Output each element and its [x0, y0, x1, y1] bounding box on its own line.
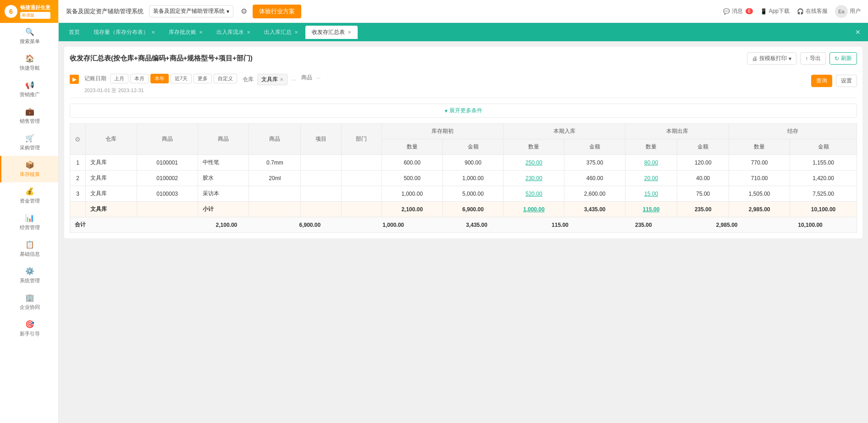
footer-close-qty: 2,985.00	[685, 222, 768, 228]
date-btn-this-month[interactable]: 本月	[130, 74, 149, 83]
row-in-qty[interactable]: 1,000.00	[503, 202, 564, 217]
sidebar-item-inventory[interactable]: 📦 库存核算	[0, 156, 58, 182]
out-qty-link[interactable]: 80.00	[644, 159, 658, 166]
chevron-down-icon: ▾	[789, 55, 791, 62]
purchase-icon: 🛒	[25, 134, 34, 143]
notification-btn[interactable]: 💬 消息 6	[723, 7, 753, 15]
print-btn[interactable]: 🖨 按模板打印 ▾	[747, 52, 796, 65]
user-menu[interactable]: Ea 用户	[835, 5, 861, 18]
sidebar: 6 畅捷通好生意 标准版 🔍 搜索菜单 🏠 快捷导航 📢 营销推广 💼 销售管理…	[0, 0, 59, 423]
row-in-amt: 2,600.00	[564, 186, 625, 202]
date-btn-custom[interactable]: 自定义	[214, 74, 237, 83]
content-area: 收发存汇总表(按仓库+商品编码+商品+规格型号+项目+部门) 🖨 按模板打印 ▾…	[59, 41, 868, 423]
row-code	[137, 202, 198, 217]
row-out-qty[interactable]: 115.00	[625, 202, 677, 217]
system-selector[interactable]: 装备及固定资产辅助管理系统 ▾	[149, 5, 233, 17]
warehouse-tag[interactable]: 文具库 ✕	[257, 74, 287, 85]
date-btn-7days[interactable]: 近7天	[171, 74, 192, 83]
date-btn-this-year[interactable]: 本年	[150, 74, 169, 83]
subtotal-out-qty-link[interactable]: 115.00	[643, 206, 660, 213]
tab-close-stock-dist[interactable]: ✕	[151, 30, 155, 35]
row-in-qty[interactable]: 250.00	[503, 155, 564, 170]
row-num: 1	[70, 155, 86, 170]
row-num	[70, 202, 86, 217]
row-project	[301, 186, 341, 202]
table-settings-icon[interactable]: ⚙	[75, 136, 81, 143]
row-out-qty[interactable]: 15.00	[625, 186, 677, 202]
row-out-qty[interactable]: 20.00	[625, 170, 677, 186]
printer-icon: 🖨	[752, 55, 757, 62]
page-card: 收发存汇总表(按仓库+商品编码+商品+规格型号+项目+部门) 🖨 按模板打印 ▾…	[64, 47, 862, 238]
tab-batch[interactable]: 库存批次账 ✕	[162, 26, 209, 39]
notification-badge: 6	[746, 8, 753, 14]
sidebar-item-purchase[interactable]: 🛒 采购管理	[0, 129, 58, 156]
goods-more[interactable]: ···	[316, 75, 321, 81]
app-download-btn[interactable]: 📱 App下载	[760, 7, 790, 15]
online-service-btn[interactable]: 🎧 在线客服	[797, 7, 828, 15]
in-qty-link[interactable]: 520.00	[525, 191, 542, 197]
tab-stock-dist[interactable]: 现存量（库存分布表） ✕	[87, 26, 161, 39]
warehouse-filter-section: 仓库 文具库 ✕ ···	[243, 74, 296, 85]
table-footer: 合计 2,100.00 6,900.00 1,000.00 3,435.00 1…	[70, 217, 857, 233]
sidebar-item-basic-info[interactable]: 📋 基础信息	[0, 236, 58, 262]
row-in-qty[interactable]: 230.00	[503, 170, 564, 186]
warehouse-more[interactable]: ···	[291, 77, 296, 83]
date-btn-more[interactable]: 更多	[194, 74, 212, 83]
row-open-qty: 600.00	[381, 155, 442, 170]
refresh-btn[interactable]: ↻ 刷新	[829, 52, 857, 65]
tab-close-receive-send[interactable]: ✕	[348, 30, 351, 35]
out-qty-link[interactable]: 15.00	[644, 191, 658, 197]
row-num: 2	[70, 170, 86, 186]
tab-close-inout-summary[interactable]: ✕	[294, 30, 298, 35]
row-in-qty[interactable]: 520.00	[503, 186, 564, 202]
goods-filter-section: 商品 ···	[301, 74, 321, 82]
data-table-wrapper: ⚙ 仓库 商品 商品 商品 项目 部门 库存期初 本期入库 本期出库 结存	[70, 123, 857, 233]
sidebar-item-marketing[interactable]: 📢 营销推广	[0, 76, 58, 103]
in-qty-link[interactable]: 230.00	[525, 175, 542, 181]
sidebar-item-finance[interactable]: 💰 资金管理	[0, 182, 58, 209]
main-area: 装备及固定资产辅助管理系统 装备及固定资产辅助管理系统 ▾ ⚙ 体验行业方案 💬…	[59, 0, 868, 423]
export-btn[interactable]: ↑ 导出	[800, 52, 826, 65]
row-code: 0100003	[137, 186, 198, 202]
tab-inout-flow[interactable]: 出入库流水 ✕	[210, 26, 257, 39]
row-out-amt: 120.00	[677, 155, 729, 170]
close-all-tabs-icon[interactable]: ✕	[855, 28, 861, 36]
filter-expand-arrow[interactable]: ▶	[70, 75, 79, 84]
tab-receive-send[interactable]: 收发存汇总表 ✕	[305, 26, 358, 39]
tab-inout-summary[interactable]: 出入库汇总 ✕	[258, 26, 304, 39]
warehouse-tag-close[interactable]: ✕	[280, 77, 283, 82]
settings-btn[interactable]: 设置	[836, 75, 857, 87]
sidebar-item-corp[interactable]: 🏢 企业协同	[0, 289, 58, 315]
sidebar-item-quick-nav[interactable]: 🏠 快捷导航	[0, 49, 58, 76]
date-filter-row: 记账日期 上月 本月 本年 近7天 更多 自定义	[84, 74, 237, 83]
row-close-amt: 1,155.00	[790, 155, 857, 170]
row-project	[301, 170, 341, 186]
row-out-amt: 235.00	[677, 202, 729, 217]
system-title: 装备及固定资产辅助管理系统	[66, 7, 144, 16]
row-in-amt: 460.00	[564, 170, 625, 186]
row-out-qty[interactable]: 80.00	[625, 155, 677, 170]
expand-conditions-btn[interactable]: ▾ 展开更多条件	[70, 104, 857, 118]
tab-close-batch[interactable]: ✕	[199, 30, 203, 35]
gear-icon[interactable]: ⚙	[241, 7, 247, 16]
in-qty-link[interactable]: 250.00	[525, 159, 542, 166]
finance-icon: 💰	[25, 187, 34, 196]
topbar: 装备及固定资产辅助管理系统 装备及固定资产辅助管理系统 ▾ ⚙ 体验行业方案 💬…	[59, 0, 868, 23]
row-spec: 20ml	[249, 170, 301, 186]
query-btn[interactable]: 查询	[811, 75, 832, 87]
tab-close-inout-flow[interactable]: ✕	[247, 30, 250, 35]
sidebar-item-search[interactable]: 🔍 搜索菜单	[0, 23, 58, 49]
date-filter-btns: 上月 本月 本年 近7天 更多 自定义	[110, 74, 237, 83]
goods-label: 商品	[301, 74, 312, 82]
sidebar-item-guide[interactable]: 🎯 新手引导	[0, 315, 58, 342]
date-btn-last-month[interactable]: 上月	[110, 74, 128, 83]
tab-home[interactable]: 首页	[62, 26, 86, 39]
sidebar-item-sales[interactable]: 💼 销售管理	[0, 103, 58, 129]
sidebar-item-system[interactable]: ⚙️ 系统管理	[0, 262, 58, 289]
page-actions: 🖨 按模板打印 ▾ ↑ 导出 ↻ 刷新	[747, 52, 857, 65]
sidebar-item-operations[interactable]: 📊 经营管理	[0, 209, 58, 236]
subtotal-in-qty-link[interactable]: 1,000.00	[523, 206, 545, 213]
col-project: 项目	[301, 124, 341, 155]
trial-btn[interactable]: 体验行业方案	[253, 5, 301, 18]
out-qty-link[interactable]: 20.00	[644, 175, 658, 181]
